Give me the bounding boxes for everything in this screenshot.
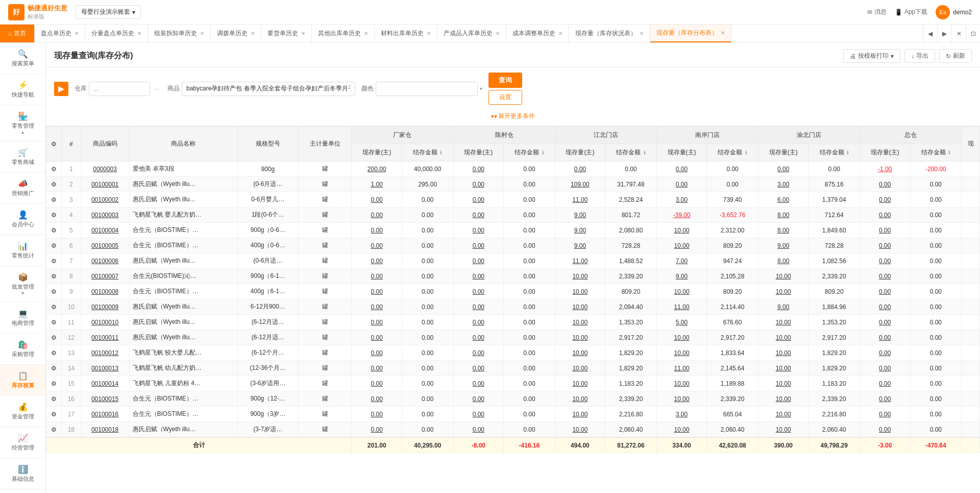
tab-zuhe-close[interactable]: ✕ bbox=[200, 31, 204, 36]
td-t-stock[interactable]: 0.00 bbox=[860, 177, 910, 192]
td-f-stock[interactable]: 0.00 bbox=[352, 223, 402, 238]
td-na-stock[interactable]: 10.00 bbox=[656, 391, 707, 407]
expand-toggle[interactable]: ▶ bbox=[54, 82, 68, 96]
td-na-stock[interactable]: 10.00 bbox=[656, 223, 707, 238]
td-na-stock[interactable]: 10.00 bbox=[656, 238, 707, 253]
td-yb-stock[interactable]: 3.00 bbox=[758, 177, 808, 192]
td-jb-stock[interactable]: 11.00 bbox=[555, 192, 605, 207]
tab-cost-adjust[interactable]: 成本调整单历史 ✕ bbox=[506, 25, 569, 42]
tab-material-out-close[interactable]: ✕ bbox=[427, 31, 431, 36]
td-t-stock[interactable]: 0.00 bbox=[860, 238, 910, 253]
td-yb-stock[interactable]: 10.00 bbox=[758, 284, 808, 299]
td-code[interactable]: 00100003 bbox=[81, 207, 129, 223]
tab-cost-adjust-close[interactable]: ✕ bbox=[558, 31, 562, 36]
td-code[interactable]: 00100014 bbox=[81, 376, 129, 391]
td-na-stock[interactable]: 3.00 bbox=[656, 192, 707, 207]
td-f-stock[interactable]: 0.00 bbox=[352, 391, 402, 407]
td-settings[interactable]: ⚙ bbox=[46, 376, 62, 391]
tab-inventory-status-close[interactable]: ✕ bbox=[640, 31, 644, 36]
td-f-stock[interactable]: 0.00 bbox=[352, 361, 402, 376]
tab-other-out-close[interactable]: ✕ bbox=[364, 31, 368, 36]
td-na-stock[interactable]: 11.00 bbox=[656, 299, 707, 315]
td-jb-stock[interactable]: 0.00 bbox=[555, 161, 605, 177]
td-c-stock[interactable]: 0.00 bbox=[453, 299, 504, 315]
td-c-stock[interactable]: 0.00 bbox=[453, 284, 504, 299]
tab-fenpandian[interactable]: 分量盘点单历史 ✕ bbox=[85, 25, 148, 42]
td-code[interactable]: 00100002 bbox=[81, 192, 129, 207]
tab-pandian[interactable]: 盘点单历史 ✕ bbox=[35, 25, 85, 42]
td-t-stock[interactable]: 0.00 bbox=[860, 269, 910, 284]
td-t-stock[interactable]: 0.00 bbox=[860, 330, 910, 345]
td-settings[interactable]: ⚙ bbox=[46, 315, 62, 330]
td-jb-stock[interactable]: 10.00 bbox=[555, 361, 605, 376]
td-t-stock[interactable]: 0.00 bbox=[860, 284, 910, 299]
sidebar-item-wholesale[interactable]: 📦 批发管理 ▼ bbox=[0, 266, 45, 302]
td-c-stock[interactable]: 0.00 bbox=[453, 238, 504, 253]
td-yb-stock[interactable]: 8.00 bbox=[758, 253, 808, 269]
sidebar-item-finance[interactable]: 💰 资金管理 bbox=[0, 396, 45, 427]
td-c-stock[interactable]: 0.00 bbox=[453, 391, 504, 407]
td-jb-stock[interactable]: 109.00 bbox=[555, 177, 605, 192]
td-t-stock[interactable]: 0.00 bbox=[860, 391, 910, 407]
td-f-stock[interactable]: 0.00 bbox=[352, 422, 402, 438]
td-na-stock[interactable]: 3.00 bbox=[656, 407, 707, 422]
td-c-stock[interactable]: 0.00 bbox=[453, 253, 504, 269]
td-c-stock[interactable]: 0.00 bbox=[453, 207, 504, 223]
td-yb-stock[interactable]: 8.00 bbox=[758, 223, 808, 238]
td-jb-stock[interactable]: 10.00 bbox=[555, 345, 605, 361]
sidebar-item-retail-mgmt[interactable]: 🏪 零售管理 ▲ bbox=[0, 105, 45, 142]
sidebar-item-retail-stats[interactable]: 📊 零售统计 bbox=[0, 235, 45, 266]
sidebar-item-basicinfo[interactable]: ℹ️ 基础信息 bbox=[0, 458, 45, 489]
td-na-stock[interactable]: 0.00 bbox=[656, 177, 707, 192]
td-c-stock[interactable]: 0.00 bbox=[453, 330, 504, 345]
td-t-stock[interactable]: 0.00 bbox=[860, 223, 910, 238]
warehouse-ellipsis[interactable]: ··· bbox=[152, 85, 161, 92]
td-code[interactable]: 00100007 bbox=[81, 269, 129, 284]
td-yb-stock[interactable]: 10.00 bbox=[758, 407, 808, 422]
td-na-stock[interactable]: 5.00 bbox=[656, 315, 707, 330]
td-code[interactable]: 00100001 bbox=[81, 177, 129, 192]
sidebar-item-member[interactable]: 👤 会员中心 bbox=[0, 204, 45, 235]
td-na-stock[interactable]: 10.00 bbox=[656, 376, 707, 391]
industry-selector[interactable]: 母婴行业演示账套 ▾ bbox=[76, 5, 141, 19]
tab-close-all-btn[interactable]: ✕ bbox=[951, 25, 966, 43]
td-f-stock[interactable]: 0.00 bbox=[352, 330, 402, 345]
td-code[interactable]: 0000003 bbox=[81, 161, 129, 177]
td-code[interactable]: 00100005 bbox=[81, 238, 129, 253]
print-btn[interactable]: 🖨 按模板打印 ▾ bbox=[843, 49, 900, 63]
tab-zuhe[interactable]: 组装拆卸单历史 ✕ bbox=[148, 25, 211, 42]
sidebar-item-purchase[interactable]: 🛍️ 采购管理 bbox=[0, 334, 45, 365]
td-yb-stock[interactable]: 6.00 bbox=[758, 192, 808, 207]
td-yb-stock[interactable]: 9.00 bbox=[758, 299, 808, 315]
td-t-stock[interactable]: 0.00 bbox=[860, 422, 910, 438]
td-f-stock[interactable]: 0.00 bbox=[352, 192, 402, 207]
tab-diaobao-close[interactable]: ✕ bbox=[251, 31, 255, 36]
td-c-stock[interactable]: 0.00 bbox=[453, 161, 504, 177]
td-t-stock[interactable]: 0.00 bbox=[860, 253, 910, 269]
sidebar-item-marketing[interactable]: 📣 营销推广 bbox=[0, 173, 45, 204]
td-yb-stock[interactable]: 10.00 bbox=[758, 315, 808, 330]
td-jb-stock[interactable]: 9.00 bbox=[555, 207, 605, 223]
td-t-stock[interactable]: 0.00 bbox=[860, 345, 910, 361]
tab-next-btn[interactable]: ▶ bbox=[937, 25, 951, 43]
sidebar-item-system[interactable]: ⚙️ 系统管理 bbox=[0, 489, 45, 493]
td-c-stock[interactable]: 0.00 bbox=[453, 269, 504, 284]
td-settings[interactable]: ⚙ bbox=[46, 238, 62, 253]
td-code[interactable]: 00100010 bbox=[81, 315, 129, 330]
td-na-stock[interactable]: 10.00 bbox=[656, 422, 707, 438]
tab-prev-btn[interactable]: ◀ bbox=[923, 25, 937, 43]
td-jb-stock[interactable]: 10.00 bbox=[555, 284, 605, 299]
td-na-stock[interactable]: 9.00 bbox=[656, 269, 707, 284]
td-yb-stock[interactable]: 10.00 bbox=[758, 391, 808, 407]
td-code[interactable]: 00100012 bbox=[81, 345, 129, 361]
td-f-stock[interactable]: 0.00 bbox=[352, 207, 402, 223]
td-na-stock[interactable]: 7.00 bbox=[656, 253, 707, 269]
tab-fenpandian-close[interactable]: ✕ bbox=[137, 31, 141, 36]
td-yb-stock[interactable]: 10.00 bbox=[758, 269, 808, 284]
expand-conditions-btn[interactable]: ▾▾ 展开更多条件 bbox=[491, 112, 535, 121]
td-f-stock[interactable]: 0.00 bbox=[352, 269, 402, 284]
td-yb-stock[interactable]: 10.00 bbox=[758, 376, 808, 391]
color-input[interactable] bbox=[376, 82, 478, 96]
td-c-stock[interactable]: 0.00 bbox=[453, 361, 504, 376]
sidebar-item-ecommerce[interactable]: 💻 电商管理 bbox=[0, 302, 45, 334]
